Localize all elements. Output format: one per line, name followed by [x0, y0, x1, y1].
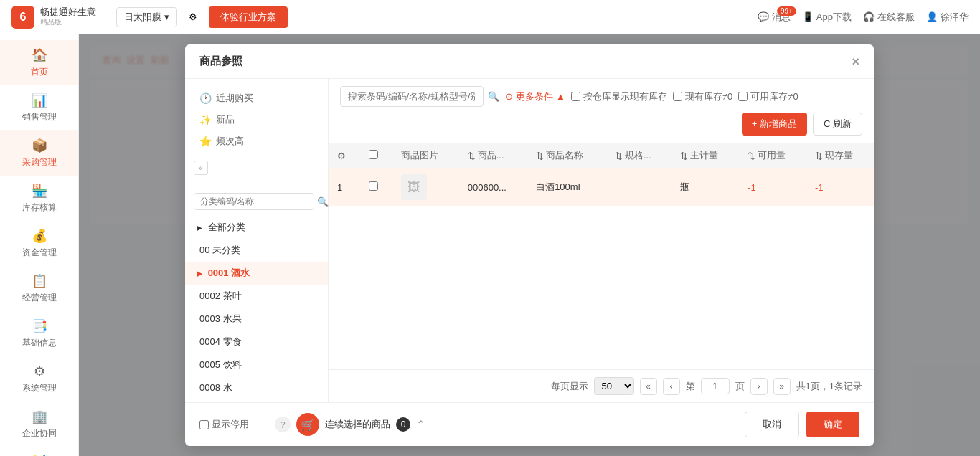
category-search-icon[interactable]: 🔍	[317, 196, 329, 207]
row-name: 白酒100ml	[527, 168, 606, 206]
nav-label: 新品	[216, 113, 235, 126]
table-row[interactable]: 1 🖼	[329, 168, 874, 206]
sidebar-item-inventory[interactable]: 🏪 库存核算	[0, 176, 78, 221]
category-tea[interactable]: 0002 茶叶	[185, 285, 328, 308]
per-page-label: 每页显示	[551, 380, 588, 393]
col-available[interactable]: ⇅ 可用量	[739, 143, 806, 168]
top-nav: 6 畅捷通好生意 精品版 日太阳膜 ▾ ⚙ 体验行业方案 💬 消息 99+ 📱 …	[0, 0, 980, 34]
collapse-footer-btn[interactable]: ⌃	[416, 418, 425, 432]
arrow-icon: ▶	[197, 270, 202, 277]
sidebar-item-operations[interactable]: 📋 经营管理	[0, 266, 78, 311]
page-unit: 页	[735, 380, 745, 393]
category-uncategorized[interactable]: 00 未分类	[185, 239, 328, 262]
sidebar-item-finance[interactable]: 💰 资金管理	[0, 221, 78, 266]
row-checkbox[interactable]	[369, 181, 378, 191]
settings-icon[interactable]: ⚙	[186, 10, 200, 24]
available-checkbox[interactable]	[738, 92, 748, 101]
select-all-checkbox[interactable]	[369, 150, 378, 159]
cart-icon: 🛒	[301, 418, 315, 432]
col-stock[interactable]: ⇅ 现存量	[806, 143, 874, 168]
col-name[interactable]: ⇅ 商品名称	[527, 143, 606, 168]
sidebar-item-home[interactable]: 🏠 首页	[0, 40, 78, 85]
category-beverage[interactable]: 0005 饮料	[185, 353, 328, 376]
sort-icon: ⇅	[468, 151, 476, 161]
category-fruit[interactable]: 0003 水果	[185, 308, 328, 331]
sidebar-item-label: 系统管理	[22, 382, 57, 394]
sort-icon: ⇅	[536, 151, 544, 161]
first-page-btn[interactable]: «	[640, 378, 657, 395]
store-selector[interactable]: 日太阳膜 ▾	[116, 7, 177, 27]
message-btn[interactable]: 💬 消息 99+	[758, 11, 791, 24]
nav-recent-purchase[interactable]: 🕐 近期购买	[194, 87, 319, 109]
sidebar-item-purchase[interactable]: 📦 采购管理	[0, 130, 78, 176]
display-disabled-checkbox[interactable]: 显示停用	[199, 418, 249, 431]
confirm-btn[interactable]: 确定	[806, 412, 859, 437]
filter-btn[interactable]: ⊙ 更多条件 ▲	[505, 90, 565, 103]
user-avatar[interactable]: 👤 徐泽华	[926, 11, 969, 24]
table-head: ⚙ 商品图片	[329, 143, 874, 168]
product-table: ⚙ 商品图片	[329, 143, 874, 206]
left-panel: 🕐 近期购买 ✨ 新品 ⭐ 频次高	[185, 79, 329, 402]
sidebar-item-enterprise[interactable]: 🏢 企业协同	[0, 402, 78, 447]
home-icon: 🏠	[32, 47, 47, 63]
purchase-icon: 📦	[32, 138, 47, 153]
app-download-btn[interactable]: 📱 App下载	[802, 11, 852, 24]
sidebar-item-basic-info[interactable]: 📑 基础信息	[0, 311, 78, 356]
cart-btn[interactable]: 🛒	[296, 413, 319, 436]
divider	[185, 184, 328, 184]
product-search-input[interactable]	[340, 86, 484, 107]
inventory-icon: 🏪	[32, 183, 47, 199]
page-input[interactable]	[701, 378, 730, 394]
collapse-panel-btn[interactable]: «	[194, 161, 208, 175]
refresh-btn[interactable]: C 刷新	[813, 113, 862, 136]
checkbox-warehouse[interactable]: 按仓库显示现有库存	[571, 90, 667, 103]
help-btn[interactable]: ?	[275, 417, 291, 432]
disabled-checkbox[interactable]	[199, 420, 209, 429]
add-product-btn[interactable]: + 新增商品	[742, 113, 807, 136]
modal-header: 商品参照 ×	[185, 44, 874, 79]
next-page-btn[interactable]: ›	[750, 378, 768, 395]
row-available: -1	[739, 168, 806, 206]
industry-btn[interactable]: 体验行业方案	[209, 6, 288, 28]
product-reference-modal: 商品参照 × 🕐 近期购买 ✨	[185, 44, 874, 446]
search-icon[interactable]: 🔍	[488, 91, 499, 102]
sales-icon: 📊	[32, 92, 47, 108]
recent-icon: 🕐	[199, 92, 212, 104]
sidebar-item-label: 销售管理	[22, 111, 57, 123]
pagination: 每页显示 50 20 100 « ‹ 第 页 ›	[329, 369, 874, 402]
logo-icon: 6	[11, 6, 34, 29]
sidebar-item-label: 经营管理	[22, 292, 57, 304]
nav-new-products[interactable]: ✨ 新品	[194, 109, 319, 130]
product-toolbar: 🔍 ⊙ 更多条件 ▲ 按仓库显示现有库存	[329, 79, 874, 143]
checkbox-stock[interactable]: 现有库存≠0	[673, 90, 732, 103]
col-code[interactable]: ⇅ 商品...	[459, 143, 527, 168]
sidebar-item-label: 首页	[31, 66, 48, 78]
checkbox-available[interactable]: 可用库存≠0	[738, 90, 798, 103]
modal-overlay: 商品参照 × 🕐 近期购买 ✨	[79, 34, 980, 456]
prev-page-btn[interactable]: ‹	[663, 378, 680, 395]
col-spec[interactable]: ⇅ 规格...	[606, 143, 672, 168]
warehouse-checkbox[interactable]	[571, 92, 580, 101]
col-settings[interactable]: ⚙	[329, 143, 360, 168]
modal-close-btn[interactable]: ×	[852, 55, 859, 68]
category-search-input[interactable]	[194, 193, 314, 210]
sidebar-item-label: 采购管理	[22, 156, 57, 168]
settings-col-icon: ⚙	[337, 151, 346, 161]
category-liquor[interactable]: ▶ 0001 酒水	[185, 262, 328, 285]
per-page-select[interactable]: 50 20 100	[594, 377, 634, 395]
right-panel: 🔍 ⊙ 更多条件 ▲ 按仓库显示现有库存	[329, 79, 874, 402]
sidebar-item-sales[interactable]: 📊 销售管理	[0, 85, 78, 130]
category-all[interactable]: ▶ 全部分类	[185, 216, 328, 239]
category-snack[interactable]: 0004 零食	[185, 331, 328, 353]
enterprise-icon: 🏢	[32, 409, 47, 424]
col-unit[interactable]: ⇅ 主计量	[672, 143, 739, 168]
online-service-btn[interactable]: 🎧 在线客服	[863, 11, 915, 24]
sidebar-item-system[interactable]: ⚙ 系统管理	[0, 356, 78, 402]
category-water[interactable]: 0008 水	[185, 376, 328, 394]
cancel-btn[interactable]: 取消	[745, 412, 799, 437]
sidebar-item-guide[interactable]: 🔰 新手引导	[0, 447, 78, 456]
last-page-btn[interactable]: »	[773, 378, 791, 395]
toolbar-right: + 新增商品 C 刷新	[742, 113, 862, 136]
stock-checkbox[interactable]	[673, 92, 682, 101]
nav-frequent[interactable]: ⭐ 频次高	[194, 130, 319, 152]
